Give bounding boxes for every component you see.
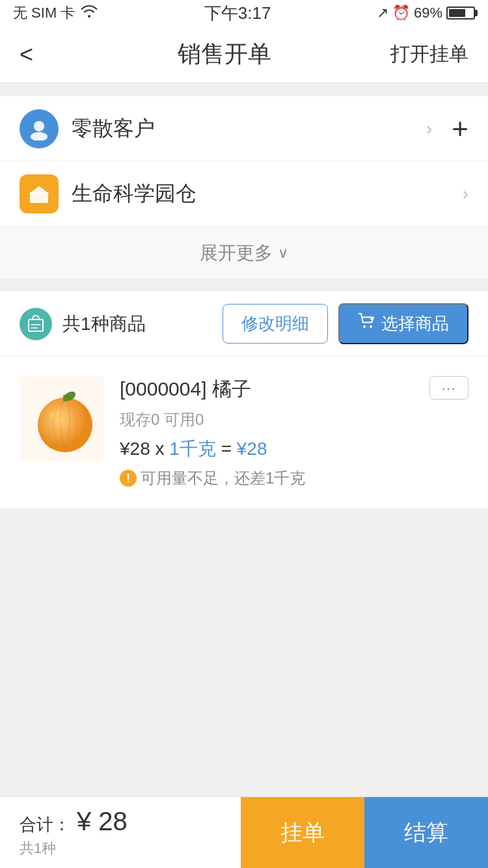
bottom-bar: 合计： ¥ 28 共1种 挂单 结算 bbox=[0, 796, 488, 868]
status-left: 无 SIM 卡 bbox=[13, 3, 98, 23]
battery-icon bbox=[446, 7, 475, 20]
carrier-text: 无 SIM 卡 bbox=[13, 3, 75, 23]
cart-icon bbox=[358, 312, 376, 335]
more-dots-icon: ··· bbox=[442, 381, 457, 396]
alarm-icon: ⏰ bbox=[392, 5, 410, 21]
customer-name: 零散客户 bbox=[72, 115, 426, 143]
modify-detail-button[interactable]: 修改明细 bbox=[223, 304, 328, 344]
svg-point-8 bbox=[38, 398, 92, 452]
checkout-button[interactable]: 结算 bbox=[364, 797, 488, 869]
product-price-row: ¥28 x 1千克 = ¥28 bbox=[120, 437, 468, 461]
status-right: ↗ ⏰ 69% bbox=[377, 5, 475, 21]
svg-rect-2 bbox=[30, 193, 48, 203]
warehouse-row[interactable]: 生命科学园仓 › bbox=[0, 161, 488, 226]
location-icon: ↗ bbox=[377, 5, 388, 21]
wifi-icon bbox=[80, 4, 98, 22]
customer-avatar-icon bbox=[20, 109, 59, 148]
more-options-button[interactable]: ··· bbox=[429, 376, 468, 400]
product-image bbox=[20, 376, 104, 461]
customer-row[interactable]: 零散客户 › + bbox=[0, 96, 488, 161]
svg-point-1 bbox=[31, 132, 47, 141]
warehouse-name: 生命科学园仓 bbox=[72, 180, 463, 208]
product-title: 橘子 bbox=[212, 378, 251, 400]
unit-price: ¥28 bbox=[120, 439, 150, 459]
warehouse-icon bbox=[20, 174, 59, 213]
select-product-button[interactable]: 选择商品 bbox=[338, 303, 468, 344]
warehouse-chevron-icon: › bbox=[463, 183, 468, 204]
svg-point-9 bbox=[49, 410, 64, 420]
customer-chevron-icon: › bbox=[426, 118, 432, 139]
svg-point-6 bbox=[370, 325, 372, 328]
mid-gap bbox=[0, 278, 488, 292]
warning-icon: ! bbox=[120, 470, 137, 487]
select-product-label: 选择商品 bbox=[381, 312, 449, 335]
product-header: 共1种商品 修改明细 选择商品 bbox=[0, 292, 488, 357]
product-id: [0000004] bbox=[120, 378, 206, 400]
total-count: 共1种 bbox=[20, 839, 221, 858]
svg-marker-3 bbox=[29, 186, 49, 194]
top-gap bbox=[0, 83, 488, 96]
checkout-label: 结算 bbox=[404, 818, 448, 848]
total-amount: ¥ 28 bbox=[77, 807, 128, 836]
svg-point-0 bbox=[34, 121, 44, 131]
quantity: 1千克 bbox=[169, 439, 216, 459]
total-label-row: 合计： ¥ 28 bbox=[20, 807, 221, 836]
product-item: [0000004] 橘子 现存0 可用0 ¥28 x 1千克 = ¥28 ! 可… bbox=[0, 357, 488, 508]
product-warning: ! 可用量不足，还差1千克 bbox=[120, 468, 468, 489]
status-time: 下午3:17 bbox=[204, 2, 271, 25]
main-content-area bbox=[0, 508, 488, 847]
status-bar: 无 SIM 卡 下午3:17 ↗ ⏰ 69% bbox=[0, 0, 488, 26]
equals-sign: = bbox=[221, 439, 237, 459]
price-multiply: x bbox=[156, 439, 170, 459]
svg-rect-4 bbox=[29, 319, 43, 331]
expand-more-label: 展开更多 bbox=[200, 241, 273, 265]
svg-point-5 bbox=[363, 325, 366, 328]
total-section: 合计： ¥ 28 共1种 bbox=[0, 807, 241, 858]
hang-order-button[interactable]: 挂单 bbox=[241, 797, 364, 869]
warning-text: 可用量不足，还差1千克 bbox=[141, 468, 305, 489]
battery-percent: 69% bbox=[414, 5, 442, 21]
page-title: 销售开单 bbox=[178, 38, 271, 70]
product-count-text: 共1种商品 bbox=[62, 312, 223, 336]
product-info: [0000004] 橘子 现存0 可用0 ¥28 x 1千克 = ¥28 ! 可… bbox=[120, 376, 468, 489]
hang-label: 挂单 bbox=[280, 818, 325, 848]
expand-more-row[interactable]: 展开更多 ∨ bbox=[0, 226, 488, 278]
expand-chevron-icon: ∨ bbox=[278, 245, 288, 262]
nav-bar: < 销售开单 打开挂单 bbox=[0, 26, 488, 83]
open-hang-button[interactable]: 打开挂单 bbox=[390, 41, 468, 68]
total-price: ¥28 bbox=[237, 439, 267, 459]
add-customer-button[interactable]: + bbox=[452, 115, 468, 143]
back-button[interactable]: < bbox=[20, 41, 59, 68]
product-name: [0000004] 橘子 bbox=[120, 376, 468, 403]
total-label-text: 合计： bbox=[20, 813, 70, 836]
product-count-icon bbox=[20, 308, 52, 340]
product-stock: 现存0 可用0 bbox=[120, 409, 468, 430]
